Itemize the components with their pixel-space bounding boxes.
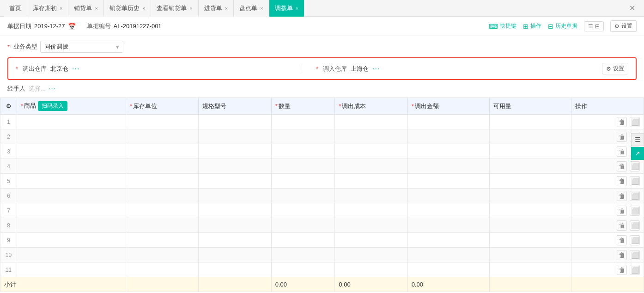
cell-qty[interactable]: [271, 174, 335, 189]
tab-close-inventory[interactable]: ×: [260, 6, 263, 11]
person-select[interactable]: 选择...: [29, 85, 46, 93]
cell-unit[interactable]: [126, 174, 199, 189]
cell-amount[interactable]: [407, 144, 489, 159]
cell-amount[interactable]: [407, 115, 489, 129]
cell-amount[interactable]: [407, 159, 489, 174]
cell-spec[interactable]: [199, 218, 271, 233]
cell-spec[interactable]: [199, 248, 271, 262]
cell-cost[interactable]: [335, 189, 407, 203]
copy-row-icon[interactable]: ⬜: [630, 161, 640, 171]
copy-row-icon[interactable]: ⬜: [630, 191, 640, 201]
cell-unit[interactable]: [126, 203, 199, 218]
scan-button[interactable]: 扫码录入: [38, 101, 67, 111]
cell-unit[interactable]: [126, 262, 199, 277]
cell-qty[interactable]: [271, 248, 335, 262]
cell-qty[interactable]: [271, 129, 335, 144]
history-button[interactable]: ⊟ 历史单据: [548, 22, 577, 30]
copy-row-icon[interactable]: ⬜: [630, 117, 640, 127]
cell-amount[interactable]: [407, 174, 489, 189]
cell-qty[interactable]: [271, 159, 335, 174]
cell-cost[interactable]: [335, 174, 407, 189]
cell-unit[interactable]: [126, 115, 199, 129]
calendar-icon[interactable]: 📅: [68, 23, 76, 30]
cell-spec[interactable]: [199, 233, 271, 248]
cell-cost[interactable]: [335, 115, 407, 129]
cell-cost[interactable]: [335, 144, 407, 159]
cell-unit[interactable]: [126, 233, 199, 248]
sidebar-list-button[interactable]: ☰: [631, 133, 644, 146]
tab-close-purchase[interactable]: ×: [225, 6, 228, 11]
cell-product[interactable]: [17, 262, 126, 277]
cell-amount[interactable]: [407, 218, 489, 233]
tab-close-sales[interactable]: ×: [95, 6, 97, 11]
cell-product[interactable]: [17, 189, 126, 203]
warehouse-settings-button[interactable]: ⚙ 设置: [602, 63, 628, 74]
delete-icon[interactable]: 🗑: [617, 146, 627, 157]
cell-amount[interactable]: [407, 248, 489, 262]
cell-cost[interactable]: [335, 159, 407, 174]
cell-product[interactable]: [17, 218, 126, 233]
delete-icon[interactable]: 🗑: [617, 250, 627, 260]
shortcuts-button[interactable]: ⌨ 快捷键: [489, 22, 516, 30]
cell-spec[interactable]: [199, 129, 271, 144]
cell-amount[interactable]: [407, 203, 489, 218]
copy-row-icon[interactable]: ⬜: [630, 250, 640, 260]
tab-close-inventory-init[interactable]: ×: [60, 6, 62, 11]
cell-qty[interactable]: [271, 262, 335, 277]
delete-icon[interactable]: 🗑: [617, 117, 627, 127]
delete-icon[interactable]: 🗑: [617, 265, 627, 275]
cell-qty[interactable]: [271, 203, 335, 218]
copy-row-icon[interactable]: ⬜: [630, 220, 640, 231]
table-settings-button[interactable]: ☰ ⊟: [584, 21, 604, 31]
close-window-button[interactable]: ✕: [624, 0, 640, 17]
delete-icon[interactable]: 🗑: [617, 161, 627, 171]
cell-product[interactable]: [17, 233, 126, 248]
copy-row-icon[interactable]: ⬜: [630, 176, 640, 186]
cell-cost[interactable]: [335, 262, 407, 277]
copy-row-icon[interactable]: ⬜: [630, 235, 640, 245]
cell-spec[interactable]: [199, 144, 271, 159]
delete-icon[interactable]: 🗑: [617, 220, 627, 231]
cell-unit[interactable]: [126, 248, 199, 262]
cell-spec[interactable]: [199, 159, 271, 174]
cell-qty[interactable]: [271, 233, 335, 248]
cell-unit[interactable]: [126, 218, 199, 233]
cell-unit[interactable]: [126, 189, 199, 203]
copy-row-icon[interactable]: ⬜: [630, 265, 640, 275]
copy-row-icon[interactable]: ⬜: [630, 206, 640, 216]
cell-cost[interactable]: [335, 218, 407, 233]
transfer-in-more-button[interactable]: ···: [372, 65, 380, 73]
cell-product[interactable]: [17, 203, 126, 218]
person-more-button[interactable]: ···: [49, 85, 56, 93]
cell-amount[interactable]: [407, 262, 489, 277]
cell-product[interactable]: [17, 129, 126, 144]
cell-qty[interactable]: [271, 218, 335, 233]
cell-cost[interactable]: [335, 248, 407, 262]
cell-cost[interactable]: [335, 233, 407, 248]
tab-close-transfer[interactable]: ×: [296, 6, 298, 11]
delete-icon[interactable]: 🗑: [617, 132, 627, 142]
cell-spec[interactable]: [199, 262, 271, 277]
settings-button[interactable]: ⚙ 设置: [610, 20, 637, 32]
business-type-select[interactable]: 同价调拨 ▾: [40, 41, 123, 53]
delete-icon[interactable]: 🗑: [617, 235, 627, 245]
transfer-out-value[interactable]: 北京仓: [50, 65, 68, 73]
delete-icon[interactable]: 🗑: [617, 206, 627, 216]
cell-amount[interactable]: [407, 189, 489, 203]
delete-icon[interactable]: 🗑: [617, 191, 627, 201]
cell-product[interactable]: [17, 115, 126, 129]
tab-purchase[interactable]: 进货单 ×: [199, 0, 234, 17]
transfer-in-value[interactable]: 上海仓: [351, 65, 369, 73]
cell-product[interactable]: [17, 248, 126, 262]
cell-spec[interactable]: [199, 115, 271, 129]
cell-amount[interactable]: [407, 233, 489, 248]
tab-inventory[interactable]: 盘点单 ×: [234, 0, 269, 17]
cell-qty[interactable]: [271, 144, 335, 159]
sidebar-export-button[interactable]: ↗: [631, 147, 644, 160]
doc-date-value[interactable]: 2019-12-27: [34, 23, 65, 30]
tab-sales[interactable]: 销货单 ×: [68, 0, 103, 17]
cell-qty[interactable]: [271, 189, 335, 203]
th-settings[interactable]: ⚙: [0, 98, 17, 115]
tab-close-view-sales[interactable]: ×: [189, 6, 192, 11]
cell-product[interactable]: [17, 159, 126, 174]
